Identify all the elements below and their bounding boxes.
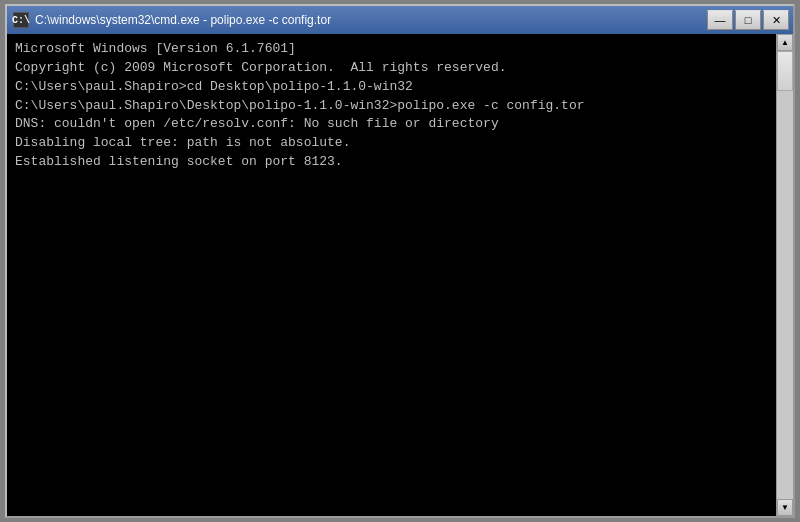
terminal-line: C:\Users\paul.Shapiro>cd Desktop\polipo-…	[15, 78, 768, 97]
close-button[interactable]: ✕	[763, 10, 789, 30]
terminal-line: DNS: couldn't open /etc/resolv.conf: No …	[15, 115, 768, 134]
title-bar-controls: — □ ✕	[707, 10, 789, 30]
cmd-icon: C:\	[13, 12, 29, 28]
terminal-line: Copyright (c) 2009 Microsoft Corporation…	[15, 59, 768, 78]
terminal-line: Disabling local tree: path is not absolu…	[15, 134, 768, 153]
terminal-line: Microsoft Windows [Version 6.1.7601]	[15, 40, 768, 59]
cmd-window: C:\ C:\windows\system32\cmd.exe - polipo…	[5, 4, 795, 518]
title-bar: C:\ C:\windows\system32\cmd.exe - polipo…	[7, 6, 793, 34]
maximize-button[interactable]: □	[735, 10, 761, 30]
terminal-line: C:\Users\paul.Shapiro\Desktop\polipo-1.1…	[15, 97, 768, 116]
scrollbar[interactable]: ▲ ▼	[776, 34, 793, 516]
scroll-down-button[interactable]: ▼	[777, 499, 793, 516]
title-bar-left: C:\ C:\windows\system32\cmd.exe - polipo…	[13, 12, 331, 28]
scroll-track[interactable]	[777, 51, 793, 499]
content-area: Microsoft Windows [Version 6.1.7601]Copy…	[7, 34, 793, 516]
terminal-line: Established listening socket on port 812…	[15, 153, 768, 172]
scroll-thumb[interactable]	[777, 51, 793, 91]
scroll-up-button[interactable]: ▲	[777, 34, 793, 51]
minimize-button[interactable]: —	[707, 10, 733, 30]
terminal-output: Microsoft Windows [Version 6.1.7601]Copy…	[7, 34, 776, 516]
window-title: C:\windows\system32\cmd.exe - polipo.exe…	[35, 13, 331, 27]
